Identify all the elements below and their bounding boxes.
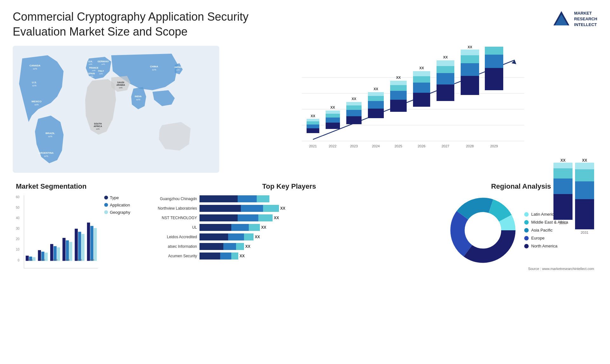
player-bar-atsec: XX xyxy=(200,243,432,250)
svg-text:2027: 2027 xyxy=(442,144,449,148)
svg-text:ARGENTINA: ARGENTINA xyxy=(38,152,54,154)
svg-text:FRANCE: FRANCE xyxy=(89,67,98,69)
svg-rect-72 xyxy=(413,93,430,107)
seg-y-60: 60 xyxy=(16,195,19,199)
svg-text:2025: 2025 xyxy=(395,144,402,148)
legend-type: Type xyxy=(104,195,130,200)
bar-seg3 xyxy=(236,243,244,250)
world-map: CANADA xx% U.S. xx% MEXICO xx% BRAZIL xx… xyxy=(13,46,219,173)
player-row-acumen: Acumen Security XX xyxy=(146,253,432,260)
svg-text:xx%: xx% xyxy=(92,70,96,71)
seg-legend: Type Application Geography xyxy=(104,195,130,268)
svg-rect-54 xyxy=(346,116,362,124)
svg-rect-74 xyxy=(413,76,430,83)
forecast-chart-section: XX 2021 XX 2022 XX 2023 xyxy=(229,46,597,173)
main-grid: CANADA xx% U.S. xx% MEXICO xx% BRAZIL xx… xyxy=(13,46,597,274)
svg-rect-108 xyxy=(66,240,69,261)
svg-rect-61 xyxy=(368,101,384,109)
bar-seg1 xyxy=(200,224,231,231)
svg-text:2026: 2026 xyxy=(418,144,425,148)
legend-dot-type xyxy=(104,196,108,199)
svg-text:GERMANY: GERMANY xyxy=(98,60,109,63)
legend-north-america: North America xyxy=(524,244,568,248)
svg-rect-92 xyxy=(485,47,503,55)
svg-rect-86 xyxy=(461,55,479,63)
player-name-guangzhou: Guangzhou Chinagdn xyxy=(146,197,197,201)
seg-chart-container: 60 50 40 30 20 10 0 xyxy=(16,195,130,268)
legend-dot-application xyxy=(104,203,108,207)
dot-north-america xyxy=(524,244,529,248)
svg-text:SAUDI: SAUDI xyxy=(117,81,124,84)
svg-rect-79 xyxy=(437,73,454,84)
svg-text:2028: 2028 xyxy=(466,144,474,148)
label-europe: Europe xyxy=(531,236,545,240)
svg-rect-55 xyxy=(346,110,362,116)
svg-text:XX: XX xyxy=(374,87,378,91)
seg-y-30: 30 xyxy=(16,227,19,230)
player-bar-acumen: XX xyxy=(200,253,432,260)
svg-rect-90 xyxy=(485,68,503,90)
svg-text:2026: 2026 xyxy=(90,259,94,261)
svg-text:XX: XX xyxy=(443,55,448,59)
player-row-atsec: atsec Information XX xyxy=(146,243,432,250)
svg-text:BRAZIL: BRAZIL xyxy=(45,132,55,135)
svg-rect-103 xyxy=(50,244,53,261)
svg-rect-57 xyxy=(346,102,362,105)
forecast-chart-svg: XX 2021 XX 2022 XX 2023 xyxy=(229,46,597,166)
player-name-ul: UL xyxy=(146,225,197,230)
dot-europe xyxy=(524,236,529,240)
svg-rect-63 xyxy=(368,92,384,96)
seg-y-10: 10 xyxy=(16,248,19,251)
legend-application: Application xyxy=(104,203,130,207)
logo-text: MARKET RESEARCH INTELLECT xyxy=(574,10,597,28)
player-name-nst: NST TECHNOLOGY xyxy=(146,216,197,220)
svg-text:SPAIN: SPAIN xyxy=(88,72,95,75)
svg-text:xx%: xx% xyxy=(48,135,52,138)
seg-y-0: 0 xyxy=(16,259,19,262)
svg-text:ITALY: ITALY xyxy=(98,70,104,72)
svg-text:xx%: xx% xyxy=(33,68,37,70)
player-name-atsec: atsec Information xyxy=(146,244,197,249)
svg-text:SOUTH: SOUTH xyxy=(94,123,102,125)
segmentation-title: Market Segmentation xyxy=(16,182,130,191)
logo-area: MARKET RESEARCH INTELLECT xyxy=(552,10,597,29)
svg-text:U.S.: U.S. xyxy=(32,81,37,84)
svg-rect-45 xyxy=(307,119,319,121)
svg-text:XX: XX xyxy=(396,76,401,79)
svg-text:2024: 2024 xyxy=(372,144,380,148)
svg-rect-66 xyxy=(390,100,407,112)
legend-label-type: Type xyxy=(110,195,119,200)
svg-text:2022: 2022 xyxy=(40,259,45,261)
bar-seg3 xyxy=(231,253,238,260)
svg-text:xx%: xx% xyxy=(136,98,140,101)
svg-text:xx%: xx% xyxy=(152,69,156,71)
svg-text:xx%: xx% xyxy=(32,84,36,87)
svg-text:2021: 2021 xyxy=(28,259,33,261)
player-name-northview: Northview Laboratories xyxy=(146,206,197,211)
svg-rect-81 xyxy=(437,60,454,66)
map-svg: CANADA xx% U.S. xx% MEXICO xx% BRAZIL xx… xyxy=(13,46,219,173)
seg-y-20: 20 xyxy=(16,237,19,241)
svg-text:MEXICO: MEXICO xyxy=(31,100,42,103)
svg-rect-85 xyxy=(461,63,479,76)
label-north-america: North America xyxy=(531,244,557,248)
svg-rect-49 xyxy=(326,118,340,123)
svg-rect-91 xyxy=(485,55,503,68)
svg-rect-68 xyxy=(390,85,407,91)
bar-seg1 xyxy=(200,243,223,250)
player-xx-acumen: XX xyxy=(240,254,245,258)
svg-text:XX: XX xyxy=(311,114,315,118)
svg-text:xx%: xx% xyxy=(176,69,180,71)
svg-text:CANADA: CANADA xyxy=(30,64,41,67)
svg-rect-112 xyxy=(78,232,81,261)
svg-rect-107 xyxy=(63,238,66,261)
svg-text:2023: 2023 xyxy=(53,259,58,261)
svg-rect-84 xyxy=(461,76,479,95)
svg-text:xx%: xx% xyxy=(89,63,92,65)
svg-text:2023: 2023 xyxy=(350,144,358,148)
svg-rect-73 xyxy=(413,83,430,93)
svg-rect-62 xyxy=(368,96,384,101)
bar-seg2 xyxy=(223,243,236,250)
page-title: Commercial Cryptography Application Secu… xyxy=(13,10,251,39)
svg-rect-75 xyxy=(413,71,430,76)
